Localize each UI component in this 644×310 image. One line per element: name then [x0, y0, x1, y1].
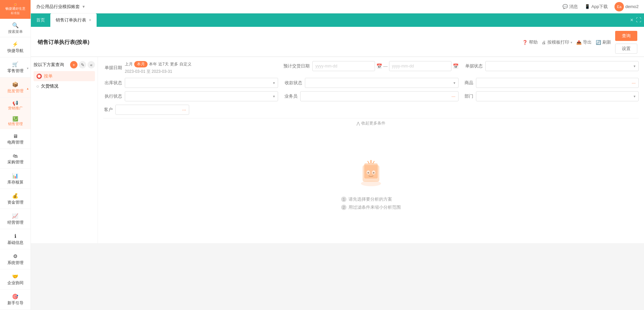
empty-tips-list: 1 请先选择要分析的方案 2 用过滤条件来缩小分析范围 [341, 196, 401, 212]
doc-date-label: 单据日期 [103, 65, 122, 71]
date-quick-this-month[interactable]: 本月 [134, 61, 148, 67]
expected-delivery-end-input[interactable]: yyyy-mm-dd [389, 61, 451, 71]
sidebar-item-business[interactable]: 📈 经营管理 [0, 209, 31, 229]
sidebar-inventory-label: 库存核算 [7, 179, 23, 185]
sidebar-item-marketing[interactable]: 📢 营销推广 [0, 98, 31, 113]
sidebar-purchase-label: 采购管理 [7, 159, 23, 165]
tab-home[interactable]: 首页 [31, 13, 50, 27]
main-body: 按以下方案查询 + ✎ « [31, 57, 644, 243]
date-quick-custom[interactable]: 自定义 [179, 61, 192, 67]
tabbar: 首页 销售订单执行表 × × ⛶ [31, 13, 644, 27]
window-close-btn[interactable]: × [630, 17, 633, 23]
sidebar-ecom-label: 电商管理 [7, 140, 23, 145]
export-button[interactable]: 📤 导出 [576, 39, 592, 45]
sidebar-item-wholesale[interactable]: 📦 批发管理 ▴ [0, 78, 31, 98]
left-panel-header: 按以下方案查询 + ✎ « [34, 61, 95, 68]
tab-active[interactable]: 销售订单执行表 × [50, 13, 97, 27]
exec-status-select[interactable]: ▾ [125, 91, 278, 101]
goods-input[interactable]: ··· [476, 78, 639, 88]
left-panel-edit-btn[interactable]: ✎ [79, 61, 86, 68]
date-calendar-start-icon[interactable]: 📅 [376, 63, 382, 69]
salesperson-input[interactable]: ··· [300, 91, 458, 101]
goods-dots-icon[interactable]: ··· [632, 80, 636, 86]
sidebar-item-corp-collab[interactable]: 🤝 企业协同 [0, 269, 31, 290]
by-order-icon: ⭕ [36, 73, 42, 79]
topbar-right-area: 💬 消息 📱 App下载 Ea demo2 [562, 2, 639, 11]
exec-status-arrow-icon: ▾ [273, 94, 275, 99]
sidebar-newbie-label: 新手引导 [7, 300, 23, 306]
topbar-message-btn[interactable]: 💬 消息 [562, 4, 578, 10]
sidebar-item-retail[interactable]: 🛒 零售管理 ▾ [0, 57, 31, 78]
export-label: 导出 [583, 39, 592, 45]
user-name: demo2 [625, 4, 639, 9]
print-button[interactable]: 🖨 按模板打印 ▾ [542, 39, 572, 45]
date-quick-more[interactable]: 更多 [170, 61, 178, 67]
sidebar-item-quick-nav[interactable]: ⚡ 快捷导航 [0, 37, 31, 57]
help-icon: ❓ [522, 40, 528, 45]
left-panel-collapse-btn[interactable]: « [88, 61, 95, 68]
left-panel-title: 按以下方案查询 [34, 62, 64, 68]
wholesale-icon: 📦 [12, 82, 18, 88]
doc-status-arrow-icon: ▾ [634, 64, 636, 68]
delivery-status-select[interactable]: ▾ [125, 78, 278, 88]
sidebar-item-ecom[interactable]: 🖥 电商管理 [0, 129, 31, 149]
date-quick-this-year[interactable]: 本年 [149, 61, 157, 67]
filter-row-1: 单据日期 上月 本月 本年 近7天 更多 自定义 20 [103, 61, 639, 74]
topbar-breadcrumb-area: 办公用品行业模拟账套 ▾ [36, 4, 85, 10]
topbar-user-area[interactable]: Ea demo2 [614, 2, 639, 11]
query-button[interactable]: 查询 [615, 31, 637, 41]
sidebar-item-purchase[interactable]: 🛍 采购管理 [0, 149, 31, 169]
collapse-more-btn[interactable]: ⋀ 收起更多条件 [357, 120, 385, 126]
dept-select[interactable]: ▾ [476, 91, 639, 101]
expected-delivery-start-input[interactable]: yyyy-mm-dd [312, 61, 375, 71]
sidebar-basic-label: 基础信息 [7, 240, 23, 246]
sidebar-item-sales[interactable]: 💹 销售管理 [0, 113, 31, 129]
left-panel-item-by-order[interactable]: ⭕ 按单 [34, 71, 95, 81]
sidebar-item-system[interactable]: ⚙ 系统管理 [0, 249, 31, 269]
goods-label: 商品 [464, 80, 473, 86]
filter-row-2: 出库状态 ▾ 收款状态 ▾ [103, 78, 639, 88]
setting-button[interactable]: 设置 [615, 44, 637, 54]
tab-active-label: 销售订单执行表 [56, 17, 86, 23]
left-panel-item-backorder[interactable]: ○ 欠货情况 [34, 81, 95, 91]
expected-delivery-field: 预计交货日期 yyyy-mm-dd 📅 — yyyy-mm-dd [283, 61, 458, 71]
customer-dots-icon[interactable]: ··· [182, 107, 186, 112]
date-quick-buttons: 上月 本月 本年 近7天 更多 自定义 [125, 61, 278, 67]
left-panel-add-btn[interactable]: + [70, 61, 77, 68]
customer-input[interactable]: ··· [115, 105, 189, 115]
system-icon: ⚙ [13, 253, 17, 259]
window-maximize-btn[interactable]: ⛶ [636, 17, 641, 23]
refresh-button[interactable]: 🔄 刷新 [596, 39, 611, 45]
receipt-status-select[interactable]: ▾ [305, 78, 458, 88]
left-panel: 按以下方案查询 + ✎ « [31, 57, 98, 243]
refresh-icon: 🔄 [596, 40, 601, 45]
empty-svg [354, 155, 388, 189]
date-separator: — [383, 64, 388, 69]
doc-date-field: 单据日期 上月 本月 本年 近7天 更多 自定义 20 [103, 61, 278, 74]
sidebar-item-finance[interactable]: 💰 资金管理 [0, 189, 31, 209]
breadcrumb-arrow-icon[interactable]: ▾ [83, 4, 85, 9]
sales-icon: 💹 [12, 116, 18, 121]
sidebar-item-newbie[interactable]: 🎯 新手引导 [0, 290, 31, 310]
logo-icon: 🧡 [9, 3, 21, 6]
date-quick-7days[interactable]: 近7天 [158, 61, 169, 67]
sidebar-item-inventory[interactable]: 📊 库存核算 [0, 169, 31, 189]
goods-field: 商品 ··· [464, 78, 639, 88]
help-button[interactable]: ❓ 帮助 [522, 39, 538, 45]
date-calendar-end-icon[interactable]: 📅 [453, 63, 459, 69]
topbar-app-download-btn[interactable]: 📱 App下载 [585, 4, 608, 10]
tab-close-icon[interactable]: × [89, 18, 91, 22]
help-label: 帮助 [529, 39, 538, 45]
salesperson-dots-icon[interactable]: ··· [451, 94, 455, 99]
collapse-bar: ⋀ 收起更多条件 [103, 118, 639, 128]
finance-icon: 💰 [12, 193, 18, 199]
date-quick-prev-month[interactable]: 上月 [125, 61, 133, 67]
sidebar-item-basic[interactable]: ℹ 基础信息 [0, 229, 31, 249]
svg-point-10 [368, 172, 369, 174]
sidebar-item-search[interactable]: 🔍 搜索菜单 [0, 19, 31, 37]
sidebar-system-label: 系统管理 [7, 260, 23, 266]
dept-field: 部门 ▾ [464, 91, 639, 101]
sidebar-corp-collab-label: 企业协同 [7, 280, 23, 286]
doc-status-select[interactable]: ▾ [485, 61, 639, 71]
edit-icon: ✎ [81, 62, 85, 67]
